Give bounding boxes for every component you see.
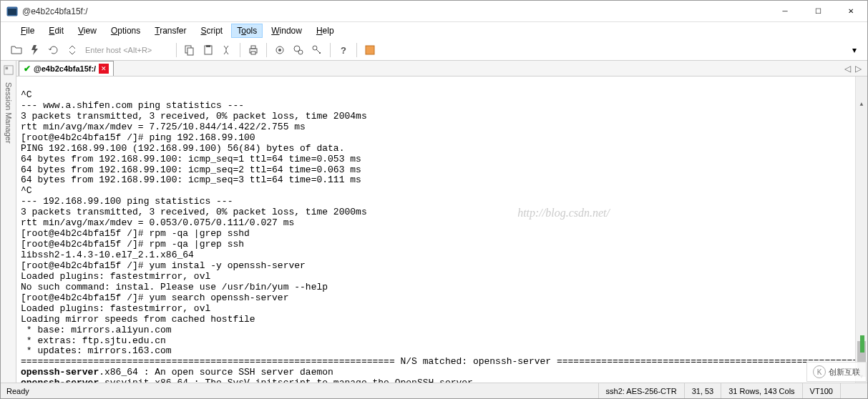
- svg-point-10: [278, 49, 281, 51]
- svg-rect-3: [187, 48, 193, 55]
- status-ready: Ready: [6, 387, 598, 395]
- tab-title: @e4b2c4bfa15f:/: [34, 64, 96, 73]
- session-manager-icon: [4, 65, 14, 75]
- menu-edit[interactable]: Edit: [43, 24, 69, 38]
- logo-icon: K: [813, 365, 826, 378]
- svg-text:?: ?: [341, 45, 346, 56]
- tabbar: ✔ @e4b2c4bfa15f:/ ✕ ◁ ▷: [16, 61, 867, 77]
- menu-file[interactable]: File: [15, 24, 40, 38]
- toolbar-overflow-icon[interactable]: ▾: [849, 41, 860, 59]
- key-icon[interactable]: [308, 41, 326, 59]
- svg-point-12: [298, 50, 303, 54]
- logo-text: 创新互联: [829, 367, 860, 378]
- find-icon[interactable]: [218, 41, 235, 59]
- menu-script[interactable]: Script: [195, 24, 229, 38]
- terminal[interactable]: ^C --- www.a.shifen.com ping statistics …: [16, 77, 867, 383]
- settings-icon[interactable]: [271, 41, 288, 59]
- maximize-button[interactable]: ☐: [801, 1, 834, 22]
- svg-rect-1: [8, 9, 16, 15]
- svg-rect-15: [366, 46, 374, 54]
- help-icon[interactable]: ?: [335, 41, 352, 59]
- close-button[interactable]: ✕: [834, 1, 867, 22]
- status-position: 31, 53: [684, 383, 721, 398]
- connected-icon: ✔: [24, 64, 31, 74]
- menu-view[interactable]: View: [72, 24, 102, 38]
- menu-options[interactable]: Options: [105, 24, 146, 38]
- window-title: @e4b2c4bfa15f:/: [22, 6, 769, 16]
- sidebar[interactable]: Session Manager: [1, 61, 16, 383]
- host-input[interactable]: Enter host <Alt+R>: [82, 46, 172, 54]
- menu-transfer[interactable]: Transfer: [149, 24, 192, 38]
- scroll-up-button[interactable]: ▲: [856, 98, 867, 110]
- decoration-green: [860, 335, 864, 353]
- reconnect-icon[interactable]: [45, 41, 62, 59]
- corner-logo: K 创新互联: [806, 362, 867, 382]
- tab-close-button[interactable]: ✕: [99, 64, 109, 74]
- status-connection: ssh2: AES-256-CTR: [598, 383, 684, 398]
- titlebar: @e4b2c4bfa15f:/ ─ ☐ ✕: [1, 1, 867, 22]
- menubar: File Edit View Options Transfer Script T…: [1, 22, 867, 39]
- svg-rect-17: [5, 67, 8, 70]
- paste-icon[interactable]: [200, 41, 217, 59]
- status-size: 31 Rows, 143 Cols: [721, 383, 801, 398]
- svg-rect-8: [251, 51, 255, 54]
- app-icon: [6, 6, 18, 17]
- copy-icon[interactable]: [181, 41, 198, 59]
- status-terminal-type: VT100: [802, 383, 840, 398]
- quick-connect-icon[interactable]: [26, 41, 44, 59]
- statusbar: Ready ssh2: AES-256-CTR 31, 53 31 Rows, …: [1, 383, 867, 398]
- tab-session[interactable]: ✔ @e4b2c4bfa15f:/ ✕: [19, 61, 114, 76]
- disconnect-icon[interactable]: [64, 41, 81, 59]
- folder-icon[interactable]: [8, 41, 25, 59]
- sidebar-label: Session Manager: [4, 75, 13, 151]
- watermark: http://blog.csdn.net/: [517, 207, 610, 220]
- menu-help[interactable]: Help: [311, 24, 340, 38]
- svg-rect-5: [206, 45, 210, 47]
- session-settings-icon[interactable]: [290, 41, 307, 59]
- activator-icon[interactable]: [361, 41, 379, 59]
- toolbar: Enter host <Alt+R> ? ▾: [1, 39, 867, 61]
- svg-rect-7: [251, 46, 255, 49]
- print-icon[interactable]: [245, 41, 262, 59]
- menu-window[interactable]: Window: [265, 24, 308, 38]
- tab-prev-button[interactable]: ◁: [844, 64, 851, 74]
- minimize-button[interactable]: ─: [769, 1, 801, 22]
- menu-tools[interactable]: Tools: [231, 24, 263, 38]
- tab-next-button[interactable]: ▷: [855, 64, 862, 74]
